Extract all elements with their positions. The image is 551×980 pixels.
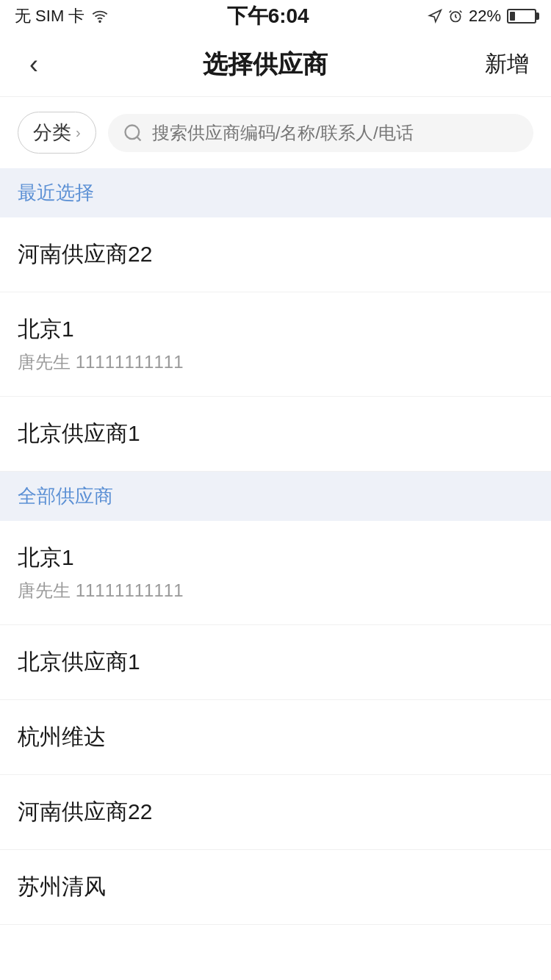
battery-percent: 22% — [469, 7, 501, 26]
status-time: 下午6:04 — [227, 2, 309, 30]
status-right: 22% — [428, 7, 536, 26]
list-item[interactable]: 河南供应商22 — [0, 217, 551, 292]
item-name: 河南供应商22 — [18, 239, 533, 270]
item-name: 北京供应商1 — [18, 419, 533, 449]
list-item[interactable]: 北京供应商1 — [0, 625, 551, 700]
sim-label: 无 SIM 卡 — [15, 5, 84, 27]
location-icon — [428, 9, 442, 24]
item-name: 北京供应商1 — [18, 647, 533, 677]
list-item[interactable]: 杭州维达 — [0, 700, 551, 775]
chevron-right-icon: › — [76, 124, 81, 141]
svg-point-3 — [125, 125, 139, 139]
page-title: 选择供应商 — [203, 48, 328, 82]
list-item[interactable]: 苏州清风 — [0, 850, 551, 925]
list-item[interactable]: 北京供应商1 — [0, 397, 551, 472]
status-left: 无 SIM 卡 — [15, 5, 108, 27]
section-header-all: 全部供应商 — [0, 472, 551, 521]
add-button[interactable]: 新增 — [485, 49, 529, 79]
supplier-list: 最近选择河南供应商22北京1唐先生 11111111111北京供应商1全部供应商… — [0, 168, 551, 925]
item-name: 北京1 — [18, 543, 533, 573]
wifi-icon — [92, 8, 108, 24]
list-item[interactable]: 河南供应商22 — [0, 775, 551, 850]
svg-marker-1 — [429, 10, 441, 22]
item-sub: 唐先生 11111111111 — [18, 350, 533, 374]
search-box — [108, 114, 533, 152]
alarm-icon — [448, 9, 463, 24]
svg-point-0 — [99, 21, 101, 22]
svg-line-4 — [137, 137, 140, 140]
nav-bar: ‹ 选择供应商 新增 — [0, 32, 551, 97]
list-item[interactable]: 北京1唐先生 11111111111 — [0, 521, 551, 625]
item-name: 杭州维达 — [18, 722, 533, 752]
status-bar: 无 SIM 卡 下午6:04 22% — [0, 0, 551, 32]
search-input[interactable] — [152, 123, 519, 143]
category-label: 分类 — [33, 120, 71, 145]
item-name: 河南供应商22 — [18, 797, 533, 827]
list-item[interactable]: 北京1唐先生 11111111111 — [0, 292, 551, 397]
category-button[interactable]: 分类 › — [18, 112, 96, 154]
back-button[interactable]: ‹ — [22, 42, 46, 87]
item-sub: 唐先生 11111111111 — [18, 579, 533, 602]
section-header-recent: 最近选择 — [0, 168, 551, 217]
item-name: 苏州清风 — [18, 872, 533, 902]
item-name: 北京1 — [18, 314, 533, 345]
filter-bar: 分类 › — [0, 97, 551, 168]
battery-icon — [507, 9, 536, 24]
search-icon — [123, 123, 143, 143]
